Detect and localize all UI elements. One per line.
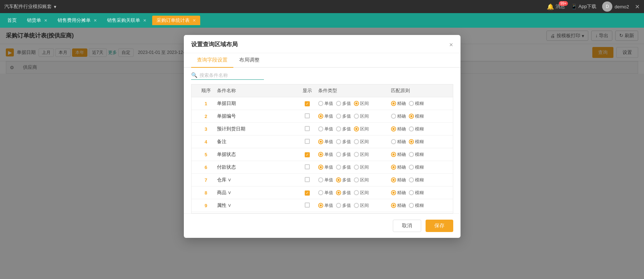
table-row: 3 预计到货日期 单值 多值 区间 精确 模糊: [191, 123, 453, 135]
match-exact[interactable]: 精确: [391, 177, 406, 183]
row-name: 单据编号: [217, 113, 296, 119]
type-range[interactable]: 区间: [354, 152, 369, 158]
radio-exact-icon: [391, 152, 396, 157]
tab-sales-order[interactable]: 销货单 ✕: [23, 16, 52, 25]
tab-sales-order-close[interactable]: ✕: [44, 18, 47, 23]
type-range[interactable]: 区间: [354, 177, 369, 183]
match-fuzzy[interactable]: 模糊: [409, 101, 424, 107]
cancel-button[interactable]: 取消: [393, 220, 421, 232]
display-checkbox[interactable]: [305, 203, 310, 208]
type-single[interactable]: 单值: [318, 164, 333, 170]
radio-range-icon: [354, 165, 359, 170]
type-single[interactable]: 单值: [318, 152, 333, 158]
row-match: 精确 模糊: [391, 126, 449, 132]
type-multi[interactable]: 多值: [336, 101, 351, 107]
display-checkbox[interactable]: [305, 177, 310, 182]
row-order: 6: [195, 165, 217, 170]
type-single[interactable]: 单值: [318, 177, 333, 183]
tab-sales-purchase-close[interactable]: ✕: [143, 18, 146, 23]
row-display[interactable]: [296, 190, 318, 196]
match-fuzzy[interactable]: 模糊: [409, 139, 424, 145]
tab-sales-purchase-label: 销售采购关联单: [107, 17, 140, 24]
radio-single-icon: [318, 203, 323, 208]
type-range[interactable]: 区间: [354, 203, 369, 209]
display-checkbox[interactable]: [305, 101, 310, 106]
display-checkbox[interactable]: [305, 139, 310, 144]
match-exact[interactable]: 精确: [391, 203, 406, 209]
top-close-icon[interactable]: ✕: [635, 3, 640, 10]
match-fuzzy[interactable]: 模糊: [409, 203, 424, 209]
display-checkbox[interactable]: [305, 164, 310, 169]
tab-purchase-stat-close[interactable]: ✕: [193, 18, 196, 23]
tab-sales-expense-close[interactable]: ✕: [94, 18, 97, 23]
match-fuzzy[interactable]: 模糊: [409, 152, 424, 158]
type-multi[interactable]: 多值: [336, 177, 351, 183]
type-multi[interactable]: 多值: [336, 164, 351, 170]
type-single[interactable]: 单值: [318, 139, 333, 145]
match-fuzzy[interactable]: 模糊: [409, 190, 424, 196]
row-display[interactable]: [296, 139, 318, 145]
match-fuzzy[interactable]: 模糊: [409, 126, 424, 132]
display-checkbox[interactable]: [305, 152, 310, 157]
type-multi[interactable]: 多值: [336, 190, 351, 196]
row-display[interactable]: [296, 126, 318, 132]
match-exact[interactable]: 精确: [391, 139, 406, 145]
match-exact[interactable]: 精确: [391, 152, 406, 158]
avatar-icon: D: [602, 1, 612, 12]
row-name: 属性 ∨: [217, 202, 296, 209]
match-exact[interactable]: 精确: [391, 126, 406, 132]
tab-sales-purchase[interactable]: 销售采购关联单 ✕: [103, 16, 151, 25]
row-display[interactable]: [296, 152, 318, 157]
modal-close-button[interactable]: ×: [449, 42, 453, 48]
radio-range-icon: [354, 177, 359, 182]
display-checkbox[interactable]: [305, 113, 310, 118]
type-range[interactable]: 区间: [354, 139, 369, 145]
tab-home[interactable]: 首页: [3, 16, 21, 25]
type-range[interactable]: 区间: [354, 190, 369, 196]
match-exact[interactable]: 精确: [391, 190, 406, 196]
match-exact[interactable]: 精确: [391, 164, 406, 170]
app-download[interactable]: 📱 App下载: [571, 3, 596, 10]
row-display[interactable]: [296, 164, 318, 170]
match-fuzzy[interactable]: 模糊: [409, 164, 424, 170]
row-display[interactable]: [296, 101, 318, 106]
match-fuzzy[interactable]: 模糊: [409, 113, 424, 119]
type-multi[interactable]: 多值: [336, 126, 351, 132]
user-avatar[interactable]: D demo2: [602, 1, 629, 12]
radio-fuzzy-icon: [409, 139, 414, 144]
type-range[interactable]: 区间: [354, 164, 369, 170]
row-display[interactable]: [296, 177, 318, 183]
tab-query-fields[interactable]: 查询字段设置: [191, 53, 233, 68]
type-single[interactable]: 单值: [318, 203, 333, 209]
tab-layout-adjust[interactable]: 布局调整: [233, 53, 265, 68]
radio-range-icon: [354, 203, 359, 208]
display-checkbox[interactable]: [305, 190, 310, 196]
type-single[interactable]: 单值: [318, 113, 333, 119]
notifications[interactable]: 🔔 99+ 消息: [547, 3, 565, 10]
type-range[interactable]: 区间: [354, 113, 369, 119]
type-multi[interactable]: 多值: [336, 139, 351, 145]
type-range[interactable]: 区间: [354, 126, 369, 132]
tab-sales-expense[interactable]: 销售费用分摊单 ✕: [53, 16, 101, 25]
dropdown-arrow[interactable]: ▾: [54, 4, 56, 9]
radio-multi-icon: [336, 190, 341, 195]
match-fuzzy[interactable]: 模糊: [409, 177, 424, 183]
match-exact[interactable]: 精确: [391, 113, 406, 119]
radio-exact-icon: [391, 114, 396, 119]
row-display[interactable]: [296, 113, 318, 119]
type-single[interactable]: 单值: [318, 126, 333, 132]
match-exact[interactable]: 精确: [391, 101, 406, 107]
type-single[interactable]: 单值: [318, 190, 333, 196]
search-input[interactable]: [199, 72, 258, 78]
type-range[interactable]: 区间: [354, 101, 369, 107]
row-display[interactable]: [296, 203, 318, 209]
display-checkbox[interactable]: [305, 126, 310, 131]
type-single[interactable]: 单值: [318, 101, 333, 107]
type-multi[interactable]: 多值: [336, 152, 351, 158]
app-title: 汽车配件行业模拟账套 ▾: [4, 3, 56, 10]
type-multi[interactable]: 多值: [336, 113, 351, 119]
modal-table-body: 1 单据日期 单值 多值 区间 精确 模糊: [191, 97, 453, 213]
save-button[interactable]: 保存: [426, 220, 453, 232]
tab-purchase-stat[interactable]: 采购订单统计表 ✕: [152, 16, 200, 25]
type-multi[interactable]: 多值: [336, 203, 351, 209]
